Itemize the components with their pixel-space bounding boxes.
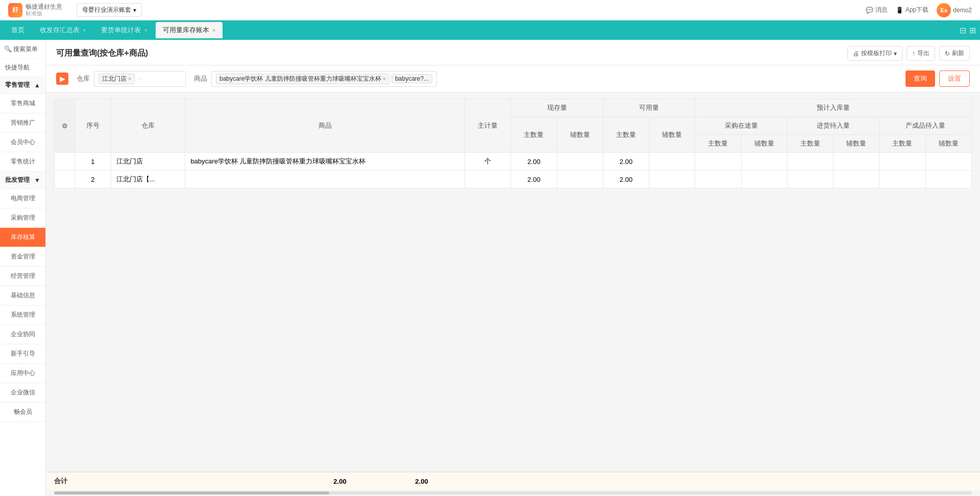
maximize-icon[interactable]: ⊞ xyxy=(969,26,976,35)
page-actions: 🖨 按模板打印 ▾ ↑ 导出 ↻ 刷新 xyxy=(847,46,970,61)
top-bar: 好 畅捷通好生意 标准版 母婴行业演示账套 ▾ 💬 消息 📱 App下载 Ea … xyxy=(0,0,980,20)
footer-values: 2.00 2.00 xyxy=(115,478,972,485)
sidebar-item-newbie[interactable]: 新手引导 xyxy=(0,344,45,364)
chevron-down-icon: ▼ xyxy=(34,177,40,184)
template-print-button[interactable]: 🖨 按模板打印 ▾ xyxy=(847,46,902,61)
export-icon: ↑ xyxy=(912,50,915,57)
remove-warehouse-tag[interactable]: × xyxy=(128,76,131,82)
warehouse-input[interactable]: 江北门店 × ··· xyxy=(94,71,186,87)
warehouse-filter-group: 仓库 江北门店 × ··· xyxy=(77,71,186,87)
filter-area: ▶ 仓库 江北门店 × ··· 商品 babycare学饮杯 儿童防摔防撞吸管杯… xyxy=(46,65,980,92)
logo-area: 好 畅捷通好生意 标准版 xyxy=(8,3,62,17)
th-product-aux: 辅数量 xyxy=(925,135,971,153)
tab-home[interactable]: 首页 xyxy=(4,22,32,38)
sidebar-item-member-center[interactable]: 会员中心 xyxy=(0,133,45,152)
filter-actions: 查询 设置 xyxy=(905,70,970,87)
table-footer: 合计 2.00 2.00 xyxy=(46,471,980,490)
sidebar-item-inventory[interactable]: 库存核算 xyxy=(0,228,45,247)
remove-product-tag-1[interactable]: × xyxy=(383,76,386,82)
th-warehouse: 仓库 xyxy=(111,99,185,153)
sidebar-item-member[interactable]: 畅会员 xyxy=(0,403,45,422)
tab-order-stats[interactable]: 要货单统计表 × xyxy=(94,22,154,38)
data-table: ⚙ 序号 仓库 商品 主计量 现存量 可用量 预计入库量 主数量 辅数量 主数量 xyxy=(54,99,972,188)
footer-avail-main: 2.00 xyxy=(401,478,442,485)
sidebar-item-retail-stats[interactable]: 零售统计 xyxy=(0,152,45,172)
content-area: 可用量查询(按仓库+商品) 🖨 按模板打印 ▾ ↑ 导出 ↻ 刷新 ▶ xyxy=(46,40,980,496)
product-input[interactable]: babycare学饮杯 儿童防摔防撞吸管杯重力球吸嘴杯宝宝水杯 × babyca… xyxy=(211,71,437,87)
tab-receipt-summary[interactable]: 收发存汇总表 × xyxy=(33,22,93,38)
product-filter-group: 商品 babycare学饮杯 儿童防摔防撞吸管杯重力球吸嘴杯宝宝水杯 × bab… xyxy=(194,71,437,87)
sidebar-item-finance[interactable]: 资金管理 xyxy=(0,247,45,267)
th-purchase-main: 主数量 xyxy=(695,135,741,153)
page-header: 可用量查询(按仓库+商品) 🖨 按模板打印 ▾ ↑ 导出 ↻ 刷新 xyxy=(46,40,980,65)
scroll-bar xyxy=(46,490,980,496)
th-stock-group: 现存量 xyxy=(511,99,603,117)
table-wrapper: ⚙ 序号 仓库 商品 主计量 现存量 可用量 预计入库量 主数量 辅数量 主数量 xyxy=(46,92,980,471)
th-settings: ⚙ xyxy=(55,99,75,153)
sidebar-item-retail-mall[interactable]: 零售商城 xyxy=(0,94,45,113)
tab-available-inventory[interactable]: 可用量库存账本 × xyxy=(156,22,223,38)
th-incoming-aux: 辅数量 xyxy=(834,135,879,153)
sidebar-item-enterprise-wechat[interactable]: 企业微信 xyxy=(0,383,45,403)
scroll-thumb[interactable] xyxy=(54,491,329,494)
logo-text: 畅捷通好生意 标准版 xyxy=(26,3,62,17)
user-menu[interactable]: Ea demo2 xyxy=(937,3,972,17)
close-tab-receipt[interactable]: × xyxy=(83,27,86,33)
window-controls: ⊟ ⊞ xyxy=(960,26,976,35)
expand-filter-button[interactable]: ▶ xyxy=(56,73,68,85)
th-unit: 主计量 xyxy=(465,99,511,153)
th-incoming-main: 主数量 xyxy=(787,135,833,153)
top-bar-left: 好 畅捷通好生意 标准版 母婴行业演示账套 ▾ xyxy=(8,3,142,17)
close-tab-order[interactable]: × xyxy=(144,27,147,33)
export-button[interactable]: ↑ 导出 xyxy=(906,46,935,61)
warehouse-label: 仓库 xyxy=(77,74,90,83)
sidebar-item-basic-info[interactable]: 基础信息 xyxy=(0,286,45,305)
th-product-main: 主数量 xyxy=(879,135,925,153)
product-tag-2: babycare?... xyxy=(391,74,432,83)
table-row: 2 江北门店【... 2.00 2.00 xyxy=(55,171,972,188)
th-purchase-sub: 采购在途量 xyxy=(695,117,788,135)
download-icon: 📱 xyxy=(896,7,903,14)
refresh-icon: ↻ xyxy=(945,50,950,57)
chevron-down-icon: ▾ xyxy=(894,50,897,57)
sidebar-item-marketing[interactable]: 营销推广 xyxy=(0,113,45,133)
sidebar-item-system[interactable]: 系统管理 xyxy=(0,305,45,325)
avatar: Ea xyxy=(937,3,951,17)
sidebar-item-wholesale[interactable]: 批发管理 ▼ xyxy=(0,172,45,189)
th-stock-aux: 辅数量 xyxy=(557,117,603,153)
search-icon: 🔍 xyxy=(4,45,12,53)
sidebar-item-purchase[interactable]: 采购管理 xyxy=(0,208,45,228)
sidebar-item-enterprise-collab[interactable]: 企业协同 xyxy=(0,325,45,344)
settings-icon: ⚙ xyxy=(62,122,68,130)
print-icon: 🖨 xyxy=(853,50,859,57)
query-button[interactable]: 查询 xyxy=(905,70,935,87)
refresh-button[interactable]: ↻ 刷新 xyxy=(939,46,970,61)
quick-nav[interactable]: 快捷导航 xyxy=(0,59,45,77)
scroll-track[interactable] xyxy=(54,491,972,494)
sidebar-item-retail-management[interactable]: 零售管理 ▲ xyxy=(0,77,45,94)
sidebar-item-operations[interactable]: 经营管理 xyxy=(0,267,45,286)
sidebar-item-ecommerce[interactable]: 电商管理 xyxy=(0,189,45,208)
table-row: 1 江北门店 babycare学饮杯 儿童防摔防撞吸管杯重力球吸嘴杯宝宝水杯 个… xyxy=(55,153,972,171)
message-button[interactable]: 💬 消息 xyxy=(866,6,888,14)
search-menu[interactable]: 🔍 搜索菜单 xyxy=(0,40,45,59)
company-selector[interactable]: 母婴行业演示账套 ▾ xyxy=(77,3,142,17)
th-product-sub: 产成品待入量 xyxy=(879,117,972,135)
settings-button[interactable]: 设置 xyxy=(939,70,970,87)
app-download-button[interactable]: 📱 App下载 xyxy=(896,6,928,14)
main-layout: 🔍 搜索菜单 快捷导航 零售管理 ▲ 零售商城 营销推广 会员中心 零售统计 批… xyxy=(0,40,980,496)
th-inbound-group: 预计入库量 xyxy=(695,99,972,117)
page-title: 可用量查询(按仓库+商品) xyxy=(56,48,148,59)
nav-tabs: 首页 收发存汇总表 × 要货单统计表 × 可用量库存账本 × ⊟ ⊞ xyxy=(0,20,980,40)
th-avail-main: 主数量 xyxy=(603,117,649,153)
sidebar-item-app-center[interactable]: 应用中心 xyxy=(0,364,45,383)
product-tag-1: babycare学饮杯 儿童防摔防撞吸管杯重力球吸嘴杯宝宝水杯 × xyxy=(216,74,389,84)
minimize-icon[interactable]: ⊟ xyxy=(960,26,966,35)
top-bar-right: 💬 消息 📱 App下载 Ea demo2 xyxy=(866,3,972,17)
th-purchase-aux: 辅数量 xyxy=(741,135,787,153)
th-product: 商品 xyxy=(185,99,465,153)
th-stock-main: 主数量 xyxy=(511,117,557,153)
footer-stock-main: 2.00 xyxy=(320,478,360,485)
close-tab-inventory[interactable]: × xyxy=(212,27,215,33)
more-dots: ··· xyxy=(137,76,141,82)
